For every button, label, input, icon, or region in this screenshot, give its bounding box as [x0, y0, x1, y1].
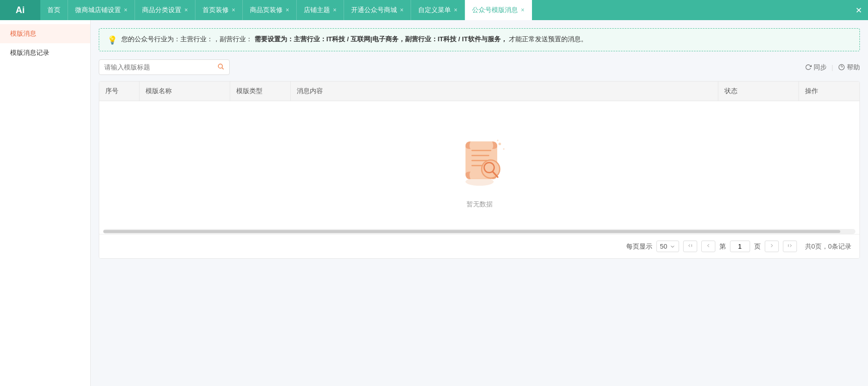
svg-point-14	[497, 140, 498, 141]
data-table: 序号模版名称模版类型消息内容状态操作	[99, 81, 860, 259]
info-prefix: 您的公众号行业为：主营行业：，副营行业：	[121, 35, 252, 43]
info-banner: 💡 您的公众号行业为：主营行业：，副营行业： 需要设置为：主营行业：IT科技 /…	[99, 28, 860, 51]
sidebar-item-template-message-record[interactable]: 模版消息记录	[0, 43, 90, 62]
last-page-button[interactable]	[783, 241, 797, 252]
nav-tab-custom-menu[interactable]: 自定义菜单×	[411, 0, 465, 20]
sidebar-item-template-message[interactable]: 模版消息	[0, 24, 90, 43]
table-header-type: 模版类型	[230, 82, 291, 101]
close-all-button[interactable]: ✕	[849, 6, 868, 15]
search-input-container	[99, 59, 230, 75]
empty-text: 暂无数据	[466, 200, 493, 209]
scrollbar-thumb[interactable]	[103, 230, 840, 233]
info-text: 您的公众号行业为：主营行业：，副营行业： 需要设置为：主营行业：IT科技 / 互…	[121, 35, 587, 44]
nav-tab-open-mall[interactable]: 开通公众号商城×	[344, 0, 411, 20]
main-layout: 模版消息模版消息记录 💡 您的公众号行业为：主营行业：，副营行业： 需要设置为：…	[0, 20, 868, 386]
tab-close-product-decor[interactable]: ×	[286, 7, 289, 14]
prev-page-button[interactable]	[701, 241, 715, 252]
help-label: 帮助	[847, 63, 860, 72]
tab-close-wechat-shop[interactable]: ×	[124, 7, 127, 14]
per-page-value: 50	[660, 243, 667, 250]
tab-close-shop-theme[interactable]: ×	[333, 7, 337, 14]
nav-tab-home-decor[interactable]: 首页装修×	[195, 0, 243, 20]
horizontal-scrollbar[interactable]	[103, 229, 855, 234]
info-icon: 💡	[107, 35, 117, 45]
nav-tab-product-category[interactable]: 商品分类设置×	[135, 0, 195, 20]
search-bar: 同步 | 帮助	[99, 59, 860, 75]
nav-tab-home[interactable]: 首页	[40, 0, 68, 20]
next-page-button[interactable]	[765, 241, 779, 252]
help-button[interactable]: 帮助	[838, 63, 860, 72]
page-input[interactable]	[730, 241, 750, 252]
search-button[interactable]	[212, 60, 229, 74]
nav-tab-template-msg[interactable]: 公众号模版消息×	[465, 0, 532, 20]
nav-tab-wechat-shop[interactable]: 微商城店铺设置×	[68, 0, 135, 20]
page-label: 第	[719, 242, 726, 251]
sync-label: 同步	[814, 63, 827, 72]
content-area: 💡 您的公众号行业为：主营行业：，副营行业： 需要设置为：主营行业：IT科技 /…	[91, 20, 868, 386]
tab-close-open-mall[interactable]: ×	[400, 7, 404, 14]
info-highlight: 需要设置为：主营行业：IT科技 / 互联网|电子商务，副营行业：IT科技 / I…	[254, 35, 507, 43]
svg-point-13	[503, 148, 504, 150]
search-actions: 同步 | 帮助	[805, 63, 860, 72]
tab-close-custom-menu[interactable]: ×	[454, 7, 457, 14]
empty-state: 暂无数据	[99, 101, 859, 229]
total-info: 共0页，0条记录	[805, 242, 851, 251]
first-page-button[interactable]	[683, 241, 697, 252]
tab-close-home-decor[interactable]: ×	[232, 7, 235, 14]
empty-icon	[449, 131, 510, 192]
svg-point-0	[218, 64, 222, 68]
sync-button[interactable]: 同步	[805, 63, 827, 72]
table-header-action: 操作	[799, 82, 859, 101]
per-page-select[interactable]: 50	[656, 241, 679, 252]
table-header: 序号模版名称模版类型消息内容状态操作	[99, 82, 859, 101]
info-suffix: 才能正常发送预置的消息。	[509, 35, 587, 43]
table-header-index: 序号	[99, 82, 140, 101]
per-page-label: 每页显示	[626, 242, 652, 251]
nav-tab-shop-theme[interactable]: 店铺主题×	[297, 0, 344, 20]
svg-line-1	[222, 68, 224, 69]
search-input[interactable]	[99, 60, 212, 74]
top-nav: Ai 首页微商城店铺设置×商品分类设置×首页装修×商品页装修×店铺主题×开通公众…	[0, 0, 868, 20]
table-header-status: 状态	[718, 82, 799, 101]
divider: |	[832, 63, 833, 71]
nav-tabs: 首页微商城店铺设置×商品分类设置×首页装修×商品页装修×店铺主题×开通公众号商城…	[40, 0, 849, 20]
page-unit: 页	[754, 242, 761, 251]
table-header-content: 消息内容	[291, 82, 718, 101]
table-header-name: 模版名称	[140, 82, 230, 101]
nav-tab-product-decor[interactable]: 商品页装修×	[243, 0, 297, 20]
app-logo: Ai	[0, 0, 40, 20]
svg-point-12	[498, 143, 501, 145]
tab-close-template-msg[interactable]: ×	[521, 7, 524, 14]
tab-close-product-category[interactable]: ×	[184, 7, 188, 14]
pagination: 每页显示 50 第 页	[99, 234, 859, 258]
sidebar: 模版消息模版消息记录	[0, 20, 91, 386]
